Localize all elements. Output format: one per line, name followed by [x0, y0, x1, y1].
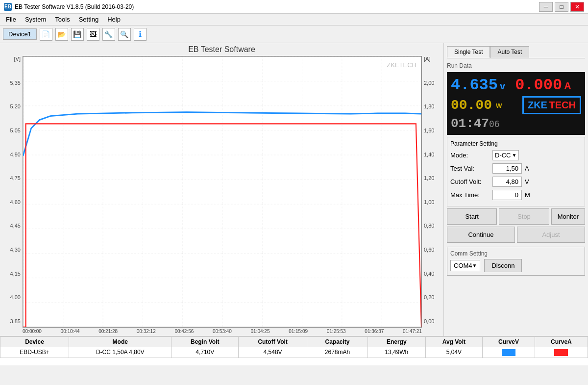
save-button[interactable]: 💾	[71, 28, 84, 41]
y-axis-left: [V] 5,35 5,20 5,05 4,90 4,75 4,60 4,45 4…	[2, 56, 23, 334]
curve-a-swatch	[554, 349, 568, 356]
run-data-box: 4.635 v 0.000 A 00.00 w ZKE TECH 01:47 0…	[447, 72, 585, 135]
menu-bar: File System Tools Setting Help	[0, 14, 588, 26]
image-icon: 🖼	[90, 30, 97, 38]
open-icon: 📂	[57, 30, 66, 38]
app-icon: EB	[4, 3, 12, 11]
max-time-label: Max Time:	[450, 191, 490, 199]
current-unit: A	[564, 80, 571, 92]
search-icon: 🔍	[120, 30, 128, 38]
power-display: 00.00	[451, 98, 492, 113]
col-device: Device	[0, 337, 69, 347]
col-energy: Energy	[368, 337, 425, 347]
comm-setting-box: Comm Setting COM4 ▼ Disconn	[447, 247, 585, 276]
disconn-button[interactable]: Disconn	[484, 259, 522, 272]
col-cutoff-volt: Cutoff Volt	[239, 337, 307, 347]
menu-setting[interactable]: Setting	[75, 15, 102, 24]
col-curve-a: CurveA	[535, 337, 588, 347]
cell-device: EBD-USB+	[0, 347, 69, 358]
minimize-button[interactable]: ─	[539, 2, 553, 12]
test-val-label: Test Val:	[450, 165, 490, 172]
cutoff-label: Cutoff Volt:	[450, 178, 490, 185]
cell-mode: D-CC 1,50A 4,80V	[69, 347, 172, 358]
chart-svg	[23, 56, 421, 327]
stop-button[interactable]: Stop	[499, 208, 549, 225]
cutoff-input[interactable]: 4,80	[492, 177, 522, 187]
zke-logo: ZKE TECH	[522, 96, 581, 114]
cutoff-unit: V	[525, 178, 529, 185]
col-begin-volt: Begin Volt	[172, 337, 239, 347]
cell-avg-volt: 5,04V	[425, 347, 482, 358]
curve-v-swatch	[502, 349, 515, 356]
run-data-label: Run Data	[447, 62, 585, 69]
data-table: Device Mode Begin Volt Cutoff Volt Capac…	[0, 336, 588, 358]
chart-area: ZKETECH	[23, 56, 422, 328]
test-val-row: Test Val: 1,50 A	[450, 163, 582, 174]
max-time-input[interactable]: 0	[492, 190, 522, 200]
start-button[interactable]: Start	[447, 208, 497, 225]
mode-row: Mode: D-CC ▼	[450, 150, 582, 160]
time-row: 01:47 06	[451, 116, 581, 131]
voltage-display: 4.635	[451, 76, 498, 94]
mode-dropdown-icon: ▼	[512, 153, 517, 158]
table-row: EBD-USB+ D-CC 1,50A 4,80V 4,710V 4,548V …	[0, 347, 588, 358]
voltage-current-row: 4.635 v 0.000 A	[451, 76, 581, 94]
right-panel: Single Test Auto Test Run Data 4.635 v 0…	[443, 43, 588, 336]
close-button[interactable]: ✕	[570, 2, 584, 12]
search-button[interactable]: 🔍	[118, 28, 131, 41]
cell-curve-v	[483, 347, 535, 358]
max-time-unit: M	[525, 191, 530, 199]
info-button[interactable]: ℹ	[134, 28, 147, 41]
device-tab[interactable]: Device1	[3, 28, 37, 40]
cell-cutoff-volt: 4,548V	[239, 347, 307, 358]
chart-title: EB Tester Software	[2, 45, 441, 54]
col-avg-volt: Avg Volt	[425, 337, 482, 347]
maximize-button[interactable]: □	[555, 2, 568, 12]
current-display: 0.000	[515, 76, 562, 94]
voltage-unit: v	[500, 80, 505, 92]
cell-begin-volt: 4,710V	[172, 347, 239, 358]
test-val-input[interactable]: 1,50	[492, 163, 522, 174]
continue-button[interactable]: Continue	[447, 227, 515, 243]
col-capacity: Capacity	[307, 337, 368, 347]
power-logo-row: 00.00 w ZKE TECH	[451, 96, 581, 114]
new-icon: 📄	[42, 30, 50, 38]
param-setting-box: Parameter Setting Mode: D-CC ▼ Test Val:…	[447, 137, 585, 206]
max-time-row: Max Time: 0 M	[450, 190, 582, 200]
col-mode: Mode	[69, 337, 172, 347]
adjust-button[interactable]: Adjust	[517, 227, 585, 243]
window-title: EB Tester Software V1.8.5 (Build 2016-03…	[15, 3, 134, 10]
test-val-unit: A	[525, 165, 529, 172]
menu-help[interactable]: Help	[103, 15, 124, 24]
menu-system[interactable]: System	[21, 15, 50, 24]
col-curve-v: CurveV	[483, 337, 535, 347]
info-icon: ℹ	[139, 29, 142, 39]
time-small: 06	[489, 119, 500, 129]
menu-tools[interactable]: Tools	[51, 15, 74, 24]
param-title: Parameter Setting	[450, 140, 582, 147]
mode-label: Mode:	[450, 152, 490, 159]
cutoff-row: Cutoff Volt: 4,80 V	[450, 177, 582, 187]
new-button[interactable]: 📄	[40, 28, 52, 41]
comm-title: Comm Setting	[450, 250, 582, 257]
title-bar: EB EB Tester Software V1.8.5 (Build 2016…	[0, 0, 588, 14]
control-buttons: Start Stop Monitor Continue Adjust	[447, 208, 585, 243]
mode-select[interactable]: D-CC ▼	[492, 150, 519, 160]
cell-energy: 13,49Wh	[368, 347, 425, 358]
y-axis-right: [A] 2,00 1,80 1,60 1,40 1,20 1,00 0,80 0…	[422, 56, 441, 334]
com-dropdown-icon: ▼	[472, 263, 477, 268]
settings-button[interactable]: 🔧	[102, 28, 115, 41]
cell-curve-a	[535, 347, 588, 358]
monitor-button[interactable]: Monitor	[551, 208, 585, 225]
time-display: 01:47	[451, 116, 489, 131]
open-button[interactable]: 📂	[55, 28, 68, 41]
tab-auto-test[interactable]: Auto Test	[490, 46, 529, 58]
cell-capacity: 2678mAh	[307, 347, 368, 358]
menu-file[interactable]: File	[2, 15, 20, 24]
tabs-row: Single Test Auto Test	[447, 46, 585, 58]
image-button[interactable]: 🖼	[87, 28, 99, 41]
com-port-select[interactable]: COM4 ▼	[450, 260, 480, 271]
tab-single-test[interactable]: Single Test	[447, 46, 490, 58]
save-icon: 💾	[73, 30, 81, 38]
settings-icon: 🔧	[104, 30, 113, 38]
